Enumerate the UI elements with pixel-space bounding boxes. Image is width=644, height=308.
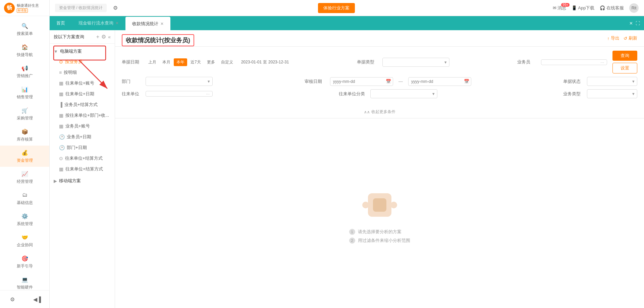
tab-close-all-icon[interactable]: ✕: [629, 21, 633, 26]
footer-settings-btn[interactable]: ⚙: [8, 295, 17, 304]
breadcrumb: 资金管理 / 收款情况统计: [55, 4, 107, 12]
doc-type-select-wrap: [382, 58, 449, 67]
trial-btn[interactable]: 体验行业方案: [318, 3, 355, 13]
sidebar-item-guide[interactable]: 🎯 新手引导: [0, 251, 49, 272]
tree-item-unit-dept[interactable]: ▦ 按往来单位+部门+收...: [50, 110, 115, 121]
partner-input-wrap: ···: [146, 91, 213, 97]
panel-header: 按以下方案查询 + ⚙ «: [50, 30, 115, 44]
search-icon: 🔍: [21, 22, 29, 30]
tree-item-icon-staff-settle: ▐: [59, 102, 62, 107]
tree-item-unit-account[interactable]: ▦ 往来单位+账号: [50, 78, 115, 89]
export-btn[interactable]: ↑ 导出: [607, 35, 620, 41]
sidebar-item-basic[interactable]: 🗂 基础信息: [0, 188, 49, 209]
date-tab-more[interactable]: 更多: [204, 58, 218, 66]
tree-item-unit-settle2[interactable]: ▦ 往来单位+结算方式: [50, 164, 115, 174]
collapse-btn[interactable]: ∧∧ 收起更多条件: [364, 109, 395, 115]
mobile-group-header[interactable]: ▶ 移动端方案: [50, 176, 115, 186]
review-date-separator: —: [398, 79, 403, 84]
tab-bank[interactable]: 现金银行流水查询 ✕: [72, 16, 125, 30]
sidebar-footer: ⚙ ◀▐: [0, 290, 49, 308]
panel-add-btn[interactable]: +: [96, 34, 99, 40]
corp-icon: 🤝: [21, 234, 29, 241]
tab-collection[interactable]: 收款情况统计 ✕: [125, 17, 170, 31]
date-tab-this-month[interactable]: 本月: [160, 58, 173, 66]
tab-bank-close[interactable]: ✕: [115, 21, 119, 25]
sidebar: 畅 畅捷通好生意 标准版 🔍 搜索菜单 🏠 快捷导航 📢 营销推广 📊 销售管理…: [0, 0, 50, 308]
panel-actions: + ⚙ «: [96, 34, 111, 40]
tree-item-detail[interactable]: ≡ 按明细: [50, 67, 115, 78]
sidebar-item-inventory[interactable]: 📦 库存核算: [0, 124, 49, 146]
sidebar-item-quick[interactable]: 🏠 快捷导航: [0, 40, 49, 61]
group-collapse-icon: ▼: [54, 49, 58, 54]
tree-item-staff-date[interactable]: 🕐 业务员+日期: [50, 132, 115, 142]
tree-item-staff-account[interactable]: ▦ 业务员+账号: [50, 121, 115, 132]
desktop-group-header[interactable]: ▼ 电脑端方案: [50, 46, 115, 56]
purchase-icon: 🛒: [21, 107, 29, 114]
partner-input[interactable]: [149, 91, 206, 96]
tree-item-icon-detail: ≡: [59, 70, 62, 75]
sidebar-item-search[interactable]: 🔍 搜索菜单: [0, 19, 49, 40]
partner-type-select[interactable]: [370, 89, 437, 98]
sidebar-item-hardware[interactable]: 💻 智能硬件: [0, 272, 49, 290]
sidebar-item-system[interactable]: ⚙️ 系统管理: [0, 209, 49, 230]
doc-type-select[interactable]: [382, 58, 449, 67]
tab-home[interactable]: 首页: [50, 16, 72, 30]
message-btn[interactable]: ✉ 消息 99+: [553, 5, 567, 11]
hint-num-2: 2: [349, 238, 355, 244]
staff-input[interactable]: [544, 60, 600, 65]
hint-num-1: 1: [349, 229, 355, 235]
marketing-icon: 📢: [21, 64, 29, 72]
tab-expand-icon[interactable]: ⛶: [636, 21, 640, 26]
panel-settings-btn[interactable]: ⚙: [101, 34, 106, 40]
tree-item-icon-unit-dept: ▦: [59, 113, 63, 118]
empty-hint-2: 2 用过滤条件来缩小分析范围: [349, 238, 410, 244]
topbar-gear-btn[interactable]: ⚙: [111, 3, 120, 13]
btn-group: 查询 设置: [612, 51, 637, 73]
panel-tree: ▼ 电脑端方案 ⊙ 按业务员 ≡ 按明细 ▦ 往来单位+账号: [50, 44, 115, 308]
tab-collection-close[interactable]: ✕: [160, 21, 164, 26]
user-info[interactable]: Rit: [629, 3, 639, 13]
review-date-from[interactable]: [330, 77, 393, 86]
sidebar-item-sales[interactable]: 📊 销售管理: [0, 82, 49, 103]
page-header-actions: ↑ 导出 ↺ 刷新: [607, 35, 638, 45]
tree-item-unit-date[interactable]: ▦ 往来单位+日期: [50, 89, 115, 99]
customer-service-btn[interactable]: 🎧 在线客服: [600, 5, 624, 11]
sidebar-item-operate[interactable]: 📈 经营管理: [0, 167, 49, 188]
tree-item-staff-settle[interactable]: ▐ 业务员+结算方式: [50, 99, 115, 110]
partner-dots[interactable]: ···: [206, 91, 210, 96]
staff-dots[interactable]: ···: [600, 60, 604, 65]
filter-settings-btn[interactable]: 设置: [612, 63, 637, 73]
tree-item-unit-settle1[interactable]: ⊙ 往来单位+结算方式: [50, 153, 115, 164]
review-date-to-wrap: 📅: [408, 77, 471, 86]
date-tab-custom[interactable]: 自定义: [218, 58, 236, 66]
staff-input-wrap: ···: [541, 59, 607, 65]
refresh-btn[interactable]: ↺ 刷新: [624, 35, 637, 41]
partner-label: 往来单位: [122, 91, 140, 97]
desktop-group: ▼ 电脑端方案 ⊙ 按业务员 ≡ 按明细 ▦ 往来单位+账号: [50, 46, 115, 174]
main-area: 资金管理 / 收款情况统计 ⚙ 体验行业方案 ✉ 消息 99+ 📱 App下载 …: [50, 0, 644, 308]
sidebar-item-marketing[interactable]: 📢 营销推广: [0, 61, 49, 82]
sidebar-item-corp[interactable]: 🤝 企业协同: [0, 230, 49, 251]
doc-status-select[interactable]: [587, 77, 637, 86]
footer-collapse-btn[interactable]: ◀▐: [32, 295, 42, 304]
sidebar-item-purchase[interactable]: 🛒 采购管理: [0, 103, 49, 124]
tree-item-dept-date[interactable]: 🕐 部门+日期: [50, 142, 115, 153]
biz-type-select[interactable]: [587, 89, 637, 98]
date-tab-last-month[interactable]: 上月: [146, 58, 159, 66]
panel-collapse-btn[interactable]: «: [108, 34, 111, 40]
dept-select[interactable]: [146, 77, 213, 86]
review-date-to[interactable]: [408, 77, 471, 86]
logo-area: 畅 畅捷通好生意 标准版: [0, 0, 49, 16]
date-tab-this-year[interactable]: 本年: [174, 58, 187, 66]
message-count: 99+: [561, 3, 570, 7]
query-btn[interactable]: 查询: [612, 51, 637, 61]
right-panel: 收款情况统计(按业务员) ↑ 导出 ↺ 刷新 单据日期: [115, 30, 644, 308]
date-tab-7days[interactable]: 近7天: [188, 58, 204, 66]
inventory-icon: 📦: [21, 128, 29, 135]
app-download-btn[interactable]: 📱 App下载: [572, 5, 594, 11]
sidebar-item-finance[interactable]: 💰 资金管理: [0, 146, 49, 167]
tree-item-icon-staff: ⊙: [59, 59, 63, 64]
logo-text: 畅捷通好生意 标准版: [17, 3, 39, 13]
tree-item-staff[interactable]: ⊙ 按业务员: [50, 56, 115, 67]
review-date-label: 审核日期: [305, 79, 325, 85]
